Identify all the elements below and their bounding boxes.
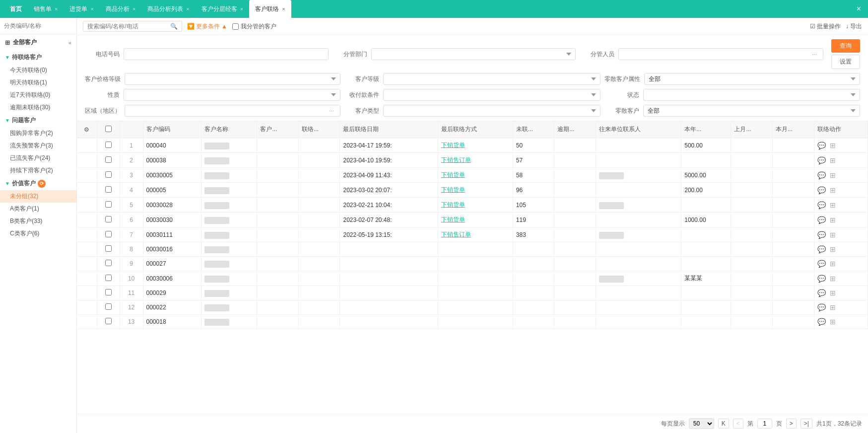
th-code[interactable]: 客户编码 <box>143 121 201 138</box>
more-action-icon[interactable]: ⊞ <box>830 156 836 164</box>
contact-method-link[interactable]: 下销货单 <box>441 142 465 148</box>
row-checkbox[interactable] <box>105 275 112 281</box>
row-checkbox[interactable] <box>105 156 112 163</box>
nature-select[interactable] <box>124 89 340 101</box>
tab-product-analysis[interactable]: 商品分析 × <box>100 0 141 18</box>
tab-product-analysis-list[interactable]: 商品分析列表 × <box>141 0 195 18</box>
sidebar-section-problem[interactable]: ▼ 问题客户 <box>0 114 76 127</box>
export-button[interactable]: ↓ 导出 <box>846 22 862 31</box>
th-last-contact-method[interactable]: 最后联络方式 <box>438 121 513 138</box>
th-last-month[interactable]: 上月... <box>731 121 773 138</box>
window-close-button[interactable]: × <box>854 4 864 13</box>
more-action-icon[interactable]: ⊞ <box>830 275 836 283</box>
first-page-button[interactable]: K <box>718 419 729 429</box>
my-customers-checkbox[interactable] <box>232 23 239 30</box>
sidebar-item-overdue[interactable]: 逾期未联络(30) <box>0 101 76 114</box>
row-checkbox[interactable] <box>105 171 112 178</box>
next-page-button[interactable]: > <box>786 419 797 429</box>
manager-dots[interactable]: ··· <box>810 51 819 58</box>
chat-icon[interactable]: 💬 <box>817 216 826 224</box>
close-sales-tab[interactable]: × <box>55 6 58 12</box>
category-search-input[interactable] <box>4 22 77 29</box>
select-all-checkbox[interactable] <box>105 126 112 132</box>
customer-level-select[interactable] <box>383 73 600 85</box>
more-action-icon[interactable]: ⊞ <box>830 318 836 326</box>
contact-method-link[interactable]: 下销售订单 <box>441 156 471 163</box>
more-action-icon[interactable]: ⊞ <box>830 303 836 311</box>
chat-icon[interactable]: 💬 <box>817 201 826 209</box>
row-checkbox[interactable] <box>105 303 112 310</box>
more-action-icon[interactable]: ⊞ <box>830 171 836 179</box>
row-checkbox[interactable] <box>105 201 112 208</box>
th-settings[interactable]: ⚙ <box>77 121 97 138</box>
more-action-icon[interactable]: ⊞ <box>830 260 836 268</box>
tab-home[interactable]: 首页 <box>4 0 28 18</box>
chat-icon[interactable]: 💬 <box>817 231 826 239</box>
payment-select[interactable] <box>383 89 600 101</box>
contact-method-link[interactable]: 下销货单 <box>441 201 465 208</box>
region-dots[interactable]: ··· <box>327 107 336 114</box>
close-customer-segment-tab[interactable]: × <box>240 6 243 12</box>
retail-attr-select[interactable]: 全部 <box>644 73 860 85</box>
contact-method-link[interactable]: 下销货单 <box>441 171 465 178</box>
sidebar-section-pending[interactable]: ▼ 待联络客户 <box>0 51 76 64</box>
retail-customer-select[interactable]: 全部 <box>643 105 860 117</box>
contact-method-link[interactable]: 下销售订单 <box>441 231 471 238</box>
more-action-icon[interactable]: ⊞ <box>830 186 836 194</box>
sidebar-item-class-c[interactable]: C类客户(6) <box>0 227 76 240</box>
tab-sales[interactable]: 销售单 × <box>28 0 64 18</box>
th-name[interactable]: 客户名称 <box>201 121 257 138</box>
row-checkbox[interactable] <box>105 318 112 324</box>
sidebar-item-declining[interactable]: 持续下滑客户(2) <box>0 164 76 177</box>
more-conditions-button[interactable]: 🔽 更多条件 ▲ <box>187 22 227 31</box>
sidebar-all-customers[interactable]: ⊞ 全部客户 « <box>0 34 76 51</box>
customer-type-select[interactable] <box>383 105 600 117</box>
close-product-analysis-tab[interactable]: × <box>133 6 135 12</box>
th-type[interactable]: 客户... <box>257 121 299 138</box>
status-select[interactable] <box>643 89 860 101</box>
row-checkbox[interactable] <box>105 245 112 252</box>
sidebar-section-value[interactable]: ▼ 价值客户 ⟳ <box>0 177 76 190</box>
chat-icon[interactable]: 💬 <box>817 275 826 283</box>
close-purchase-tab[interactable]: × <box>90 6 93 12</box>
th-this-month[interactable]: 本月... <box>772 121 814 138</box>
sidebar-item-lost[interactable]: 已流失客户(24) <box>0 152 76 164</box>
sidebar-item-class-b[interactable]: B类客户(33) <box>0 215 76 227</box>
chat-icon[interactable]: 💬 <box>817 289 826 297</box>
sidebar-item-class-a[interactable]: A类客户(1) <box>0 203 76 215</box>
sidebar-item-today[interactable]: 今天待联络(0) <box>0 64 76 76</box>
reset-button[interactable]: 设置 <box>831 55 860 69</box>
dept-select[interactable] <box>371 48 576 60</box>
price-level-select[interactable] <box>125 73 340 85</box>
chat-icon[interactable]: 💬 <box>817 260 826 268</box>
more-action-icon[interactable]: ⊞ <box>830 231 836 239</box>
page-number-input[interactable] <box>757 419 772 429</box>
row-checkbox[interactable] <box>105 231 112 237</box>
chat-icon[interactable]: 💬 <box>817 318 826 326</box>
chat-icon[interactable]: 💬 <box>817 142 826 149</box>
batch-ops-button[interactable]: ☑ 批量操作 <box>810 22 841 31</box>
more-action-icon[interactable]: ⊞ <box>830 245 836 253</box>
close-customer-contact-tab[interactable]: × <box>282 6 285 12</box>
row-checkbox[interactable] <box>105 142 112 148</box>
tab-purchase[interactable]: 进货单 × <box>64 0 99 18</box>
phone-input[interactable] <box>124 48 329 60</box>
row-checkbox[interactable] <box>105 289 112 295</box>
row-checkbox[interactable] <box>105 216 112 222</box>
tab-customer-segment[interactable]: 客户分层经客 × <box>196 0 249 18</box>
contact-method-link[interactable]: 下销货单 <box>441 216 465 223</box>
prev-page-button[interactable]: < <box>733 419 743 429</box>
th-contact[interactable]: 联络... <box>298 121 340 138</box>
close-product-analysis-list-tab[interactable]: × <box>186 6 189 12</box>
th-unit-contact[interactable]: 往来单位联系人 <box>596 121 681 138</box>
sidebar-item-churn-warning[interactable]: 流失预警客户(3) <box>0 140 76 152</box>
search-input[interactable] <box>87 23 170 30</box>
row-checkbox[interactable] <box>105 260 112 266</box>
th-this-year[interactable]: 本年... <box>681 121 731 138</box>
more-action-icon[interactable]: ⊞ <box>830 289 836 297</box>
sidebar-item-abnormal[interactable]: 囤购异常客户(2) <box>0 127 76 140</box>
th-overdue[interactable]: 逾期... <box>554 121 596 138</box>
page-size-select[interactable]: 50 100 200 <box>689 418 714 429</box>
more-action-icon[interactable]: ⊞ <box>830 201 836 209</box>
th-not-contacted[interactable]: 未联... <box>513 121 554 138</box>
